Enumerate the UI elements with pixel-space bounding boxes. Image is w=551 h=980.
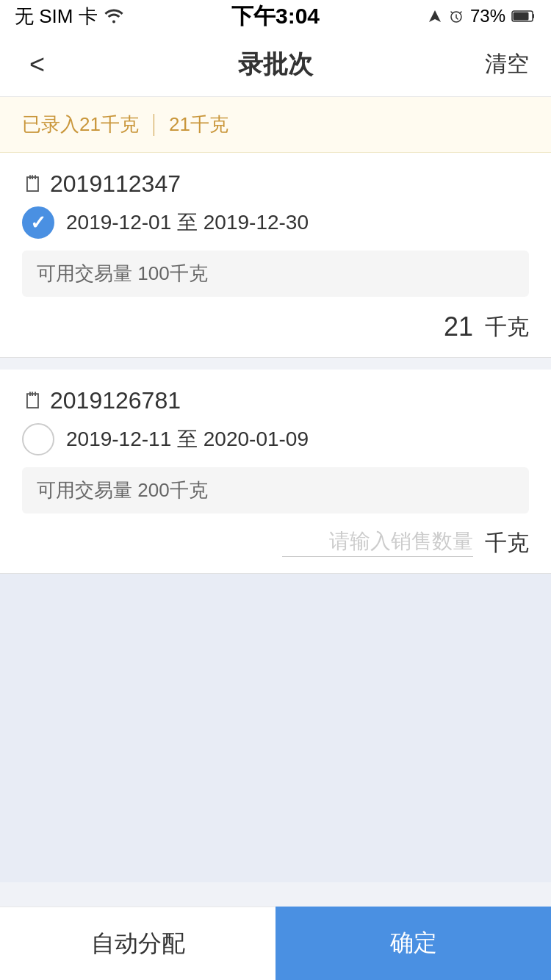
carrier-text: 无 SIM 卡	[15, 4, 98, 29]
batch-1-id-icon: 🗒	[22, 172, 44, 197]
batch-item-2: 🗒 2019126781 2019-12-11 至 2020-01-09 可用交…	[0, 370, 551, 574]
status-bar: 无 SIM 卡 下午3:04 73%	[0, 0, 551, 32]
battery-text: 73%	[470, 6, 505, 26]
battery-icon	[511, 10, 536, 23]
batch-1-available: 可用交易量 100千克	[22, 251, 529, 297]
batch-2-id-text: 2019126781	[50, 387, 181, 414]
location-icon	[428, 9, 442, 24]
status-time: 下午3:04	[231, 1, 320, 32]
batch-1-id-text: 2019112347	[50, 170, 181, 198]
back-button[interactable]: <	[22, 42, 52, 87]
status-right: 73%	[428, 6, 536, 26]
wifi-icon	[104, 8, 124, 24]
batch-2-available: 可用交易量 200千克	[22, 467, 529, 514]
batch-2-id-icon: 🗒	[22, 389, 44, 414]
summary-value: 21千克	[169, 112, 228, 137]
summary-already-label: 已录入21千克	[22, 112, 139, 137]
batch-1-inner: 🗒 2019112347 2019-12-01 至 2019-12-30 可用交…	[0, 153, 551, 297]
batch-2-id-row: 🗒 2019126781	[22, 387, 529, 414]
nav-bar: < 录批次 清空	[0, 32, 551, 97]
bottom-bar: 自动分配 确定	[0, 907, 551, 980]
batch-separator	[0, 358, 551, 370]
summary-bar: 已录入21千克 21千克	[0, 97, 551, 153]
batch-item-1: 🗒 2019112347 2019-12-01 至 2019-12-30 可用交…	[0, 153, 551, 358]
batch-2-quantity-row[interactable]: 千克	[0, 514, 551, 574]
batch-1-quantity-row: 21 千克	[0, 297, 551, 358]
confirm-button[interactable]: 确定	[276, 907, 551, 980]
batch-1-quantity-value: 21	[414, 311, 473, 342]
batch-2-quantity-input[interactable]	[282, 530, 473, 557]
batch-2-unit: 千克	[485, 528, 529, 558]
batch-2-radio[interactable]	[22, 423, 54, 455]
status-carrier: 无 SIM 卡	[15, 4, 124, 29]
clear-button[interactable]: 清空	[485, 49, 529, 79]
alarm-icon	[448, 8, 464, 24]
batch-2-date-row[interactable]: 2019-12-11 至 2020-01-09	[22, 423, 529, 455]
batch-1-date-row[interactable]: 2019-12-01 至 2019-12-30	[22, 206, 529, 239]
empty-area	[0, 574, 551, 882]
batch-2-date-text: 2019-12-11 至 2020-01-09	[66, 425, 309, 453]
batch-2-inner: 🗒 2019126781 2019-12-11 至 2020-01-09 可用交…	[0, 370, 551, 514]
batch-1-date-text: 2019-12-01 至 2019-12-30	[66, 209, 309, 237]
page-title: 录批次	[238, 48, 313, 82]
svg-rect-2	[514, 12, 529, 21]
content-wrapper: 🗒 2019112347 2019-12-01 至 2019-12-30 可用交…	[0, 153, 551, 956]
summary-divider	[154, 114, 154, 136]
batch-1-unit: 千克	[485, 312, 529, 342]
batch-1-radio[interactable]	[22, 206, 54, 239]
auto-distribute-button[interactable]: 自动分配	[0, 907, 276, 980]
batch-1-id-row: 🗒 2019112347	[22, 170, 529, 198]
